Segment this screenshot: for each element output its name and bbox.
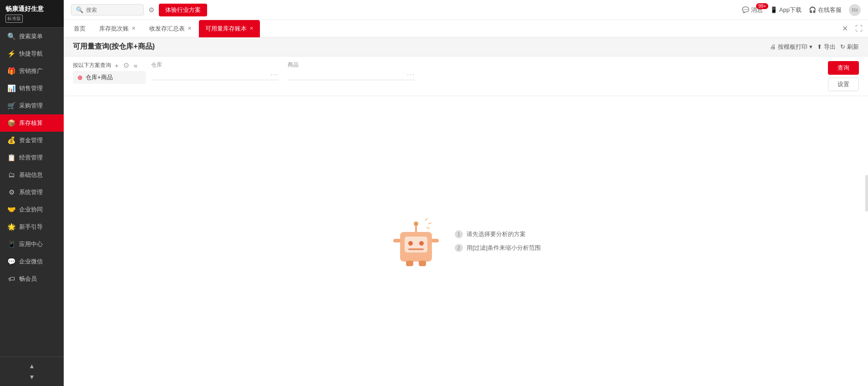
sales-icon: 📊	[7, 84, 15, 93]
page-actions: 🖨 按模板打印 ▾ ⬆ 导出 ↻ 刷新	[770, 43, 859, 51]
topbar-search-box[interactable]: 🔍	[71, 4, 144, 15]
empty-tip-2: 2 用[过滤]条件来缩小分析范围	[455, 244, 541, 252]
sidebar-item-system[interactable]: ⚙ 系统管理	[0, 184, 64, 201]
tip-num-1: 1	[455, 230, 463, 238]
user-avatar[interactable]: Rit	[849, 4, 861, 16]
empty-tip-1: 1 请先选择要分析的方案	[455, 230, 541, 238]
sidebar-item-shortcut[interactable]: ⚡ 快捷导航	[0, 45, 64, 62]
filter-settings-button[interactable]: 设置	[828, 77, 859, 91]
refresh-button[interactable]: ↻ 刷新	[840, 43, 859, 51]
warehouse-input[interactable]	[151, 71, 267, 78]
sidebar-item-purchase[interactable]: 🛒 采购管理	[0, 97, 64, 114]
sidebar-item-sales[interactable]: 📊 销售管理	[0, 80, 64, 97]
tip-num-2: 2	[455, 244, 463, 252]
add-scheme-button[interactable]: +	[114, 62, 120, 69]
finance-icon: 💰	[7, 136, 15, 144]
refresh-label: 刷新	[847, 43, 859, 51]
goods-more-icon[interactable]: ···	[407, 71, 415, 78]
sidebar-item-basic-info[interactable]: 🗂 基础信息	[0, 166, 64, 184]
svg-rect-7	[393, 239, 401, 242]
goods-input[interactable]	[288, 71, 403, 78]
brand-name: 畅康通好生意	[5, 5, 58, 14]
settings-scheme-button[interactable]: ⊙	[122, 61, 130, 69]
goods-field: 商品 ···	[288, 61, 415, 80]
content-area: 1 请先选择要分析的方案 2 用[过滤]条件来缩小分析范围	[64, 96, 868, 386]
scroll-up-button[interactable]: ▲	[0, 360, 64, 371]
online-service-button[interactable]: 🎧 在线客服	[809, 6, 842, 14]
tab-close-available[interactable]: ✕	[249, 26, 254, 31]
sidebar-item-guide[interactable]: 🌟 新手引导	[0, 218, 64, 236]
guide-icon: 🌟	[7, 223, 15, 231]
app-download-button[interactable]: 📱 App下载	[770, 6, 802, 14]
collapse-scheme-button[interactable]: «	[133, 62, 138, 69]
tab-available[interactable]: 可用量库存账本✕	[199, 20, 260, 37]
basic-info-label: 基础信息	[19, 171, 43, 179]
warehouse-more-icon[interactable]: ···	[270, 71, 279, 78]
svg-point-2	[408, 241, 413, 246]
export-label: 导出	[824, 43, 836, 51]
marketing-promo-icon: 🎁	[7, 67, 15, 75]
sidebar-item-member[interactable]: 🏷 畅会员	[0, 270, 64, 288]
finance-label: 资金管理	[19, 136, 43, 144]
export-button[interactable]: ⬆ 导出	[817, 43, 836, 51]
scheme-item-warehouse-goods[interactable]: ⊕ 仓库+商品	[73, 71, 146, 84]
filter-panel: 按以下方案查询 + ⊙ « ⊕ 仓库+商品 仓库 ··· 商品	[64, 57, 868, 96]
svg-rect-4	[408, 248, 424, 250]
tab-summary[interactable]: 收发存汇总表✕	[143, 20, 198, 37]
sidebar-item-search[interactable]: 🔍 搜索菜单	[0, 28, 64, 45]
sidebar-item-finance[interactable]: 💰 资金管理	[0, 132, 64, 149]
tab-home[interactable]: 首页	[67, 20, 92, 37]
sidebar: 畅康通好生意 标准版 🔍 搜索菜单 ⚡ 快捷导航 🎁 营销推广 📊 销售管理 🛒…	[0, 0, 64, 386]
member-icon: 🏷	[7, 275, 15, 283]
tab-close-summary[interactable]: ✕	[188, 26, 192, 31]
svg-line-12	[428, 223, 431, 224]
online-service-label: 在线客服	[818, 6, 842, 14]
topbar: 🔍 ⚙ 体验行业方案 💬 消息 99+ 📱 App下载 🎧 在线客服 Rit	[64, 0, 868, 20]
page-header: 可用量查询(按仓库+商品) 🖨 按模板打印 ▾ ⬆ 导出 ↻ 刷新	[64, 37, 868, 57]
app-center-icon: 📱	[7, 240, 15, 248]
wechat-label: 企业微信	[19, 257, 43, 266]
app-center-label: 应用中心	[19, 240, 43, 248]
headset-icon: 🎧	[809, 6, 816, 13]
svg-rect-5	[415, 225, 417, 232]
print-icon: 🖨	[770, 43, 776, 50]
close-tab-button[interactable]: ✕	[840, 22, 850, 35]
sidebar-item-inventory[interactable]: 📦 库存核算	[0, 114, 64, 132]
warehouse-input-wrap: ···	[151, 71, 279, 80]
scroll-down-button[interactable]: ▼	[0, 371, 64, 382]
marketing-promo-label: 营销推广	[19, 67, 43, 75]
tab-close-batch-account[interactable]: ✕	[132, 26, 136, 31]
scheme-header: 按以下方案查询 + ⊙ «	[73, 61, 146, 69]
search-label: 搜索菜单	[19, 32, 43, 41]
query-button[interactable]: 查询	[828, 61, 859, 75]
print-button[interactable]: 🖨 按模板打印 ▾	[770, 43, 812, 51]
svg-rect-8	[431, 239, 439, 242]
sidebar-item-app-center[interactable]: 📱 应用中心	[0, 236, 64, 253]
tab-label-summary: 收发存汇总表	[149, 25, 185, 33]
system-icon: ⚙	[7, 188, 15, 196]
edition-badge: 标准版	[5, 15, 23, 23]
shortcut-label: 快捷导航	[19, 50, 43, 58]
tab-batch-account[interactable]: 库存批次账✕	[93, 20, 142, 37]
right-scrollbar[interactable]	[865, 175, 868, 211]
svg-point-3	[419, 241, 424, 246]
trial-button[interactable]: 体验行业方案	[159, 4, 207, 16]
sidebar-scroll: 🔍 搜索菜单 ⚡ 快捷导航 🎁 营销推广 📊 销售管理 🛒 采购管理 📦 库存核…	[0, 28, 64, 356]
sidebar-bottom: ▲ ▼	[0, 356, 64, 386]
sidebar-item-wechat[interactable]: 💬 企业微信	[0, 253, 64, 270]
guide-label: 新手引导	[19, 223, 43, 231]
sidebar-item-operations[interactable]: 📋 经营管理	[0, 149, 64, 166]
empty-tips: 1 请先选择要分析的方案 2 用[过滤]条件来缩小分析范围	[455, 230, 541, 252]
sidebar-item-cooperation[interactable]: 🤝 企业协同	[0, 201, 64, 218]
search-input[interactable]	[86, 7, 139, 13]
settings-icon[interactable]: ⚙	[148, 6, 154, 14]
inventory-icon: 📦	[7, 119, 15, 127]
messages-button[interactable]: 💬 消息 99+	[742, 6, 763, 14]
sidebar-item-marketing-promo[interactable]: 🎁 营销推广	[0, 62, 64, 80]
app-download-label: App下载	[779, 6, 802, 14]
mobile-icon: 📱	[770, 6, 777, 13]
maximize-button[interactable]: ⛶	[853, 23, 864, 35]
svg-line-11	[425, 218, 427, 221]
cooperation-label: 企业协同	[19, 206, 43, 214]
tip-text-2: 用[过滤]条件来缩小分析范围	[467, 244, 541, 252]
